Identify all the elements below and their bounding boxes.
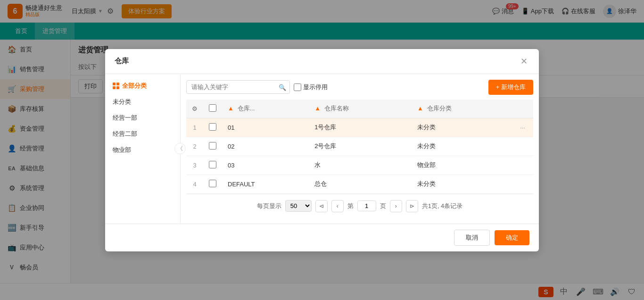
row-name: 总仓 <box>309 175 412 193</box>
modal-overlay[interactable]: 仓库 ✕ 全部分类 未分类 经营一部 经营二部 物业部 《 <box>0 0 644 300</box>
th-code: ▲ 仓库... <box>222 100 309 118</box>
new-warehouse-button[interactable]: + 新增仓库 <box>488 80 533 95</box>
table-row[interactable]: 3 03 水 物业部 <box>186 156 533 175</box>
search-input[interactable] <box>186 80 290 94</box>
row-category: 未分类 <box>412 118 514 137</box>
warehouse-table-wrap: ⚙ ▲ 仓库... ▲ <box>186 100 533 194</box>
row-more <box>514 156 533 175</box>
row-category: 未分类 <box>412 175 514 193</box>
next-page-button[interactable]: › <box>390 200 402 212</box>
search-bar: 🔍 显示停用 + 新增仓库 <box>186 80 533 95</box>
row-checkbox[interactable] <box>209 142 216 150</box>
confirm-button[interactable]: 确定 <box>495 230 529 245</box>
row-name: 2号仓库 <box>309 137 412 156</box>
table-row[interactable]: 4 DEFAULT 总仓 未分类 <box>186 175 533 193</box>
row-check <box>203 118 222 137</box>
sort-icon: ▲ <box>228 105 234 112</box>
per-page-select-wrap: 50 100 200 <box>285 200 312 212</box>
row-num: 1 <box>186 118 203 137</box>
table-row[interactable]: 1 01 1号仓库 未分类 ··· <box>186 118 533 137</box>
row-check <box>203 156 222 175</box>
row-more: ··· <box>514 118 533 137</box>
cat-item-property[interactable]: 物业部 <box>105 142 180 158</box>
show-disabled-label[interactable]: 显示停用 <box>294 83 328 92</box>
th-checkbox <box>203 100 222 118</box>
row-code: DEFAULT <box>222 175 309 193</box>
sort-icon-cat: ▲ <box>417 105 423 112</box>
row-checkbox[interactable] <box>209 123 216 131</box>
row-category: 物业部 <box>412 156 514 175</box>
search-input-wrap: 🔍 <box>186 80 290 94</box>
row-more <box>514 137 533 156</box>
row-num: 4 <box>186 175 203 193</box>
row-code: 02 <box>222 137 309 156</box>
cancel-button[interactable]: 取消 <box>454 230 490 246</box>
row-check <box>203 137 222 156</box>
gear-icon: ⚙ <box>192 105 198 112</box>
per-page-select[interactable]: 50 100 200 <box>285 200 312 212</box>
dialog-footer: 取消 确定 <box>105 224 539 251</box>
show-disabled-checkbox[interactable] <box>294 83 301 91</box>
row-code: 03 <box>222 156 309 175</box>
th-actions <box>514 100 533 118</box>
dialog-body: 全部分类 未分类 经营一部 经营二部 物业部 《 🔍 <box>105 74 539 224</box>
more-icon[interactable]: ··· <box>520 124 525 131</box>
pagination: 每页显示 50 100 200 ⊲ ‹ 第 页 › ⊳ 共 <box>186 194 533 218</box>
dialog-header: 仓库 ✕ <box>105 49 539 74</box>
row-check <box>203 175 222 193</box>
collapse-icon[interactable]: 《 <box>174 143 186 154</box>
row-checkbox[interactable] <box>209 161 216 168</box>
page-input[interactable] <box>357 200 376 211</box>
search-icon[interactable]: 🔍 <box>279 83 286 91</box>
first-page-button[interactable]: ⊲ <box>315 200 328 212</box>
prev-page-button[interactable]: ‹ <box>331 200 344 212</box>
table-header-row: ⚙ ▲ 仓库... ▲ <box>186 100 533 118</box>
row-checkbox[interactable] <box>209 180 216 187</box>
dialog-content: 🔍 显示停用 + 新增仓库 ⚙ <box>181 74 539 224</box>
select-all-checkbox[interactable] <box>209 104 216 112</box>
table-row[interactable]: 2 02 2号仓库 未分类 <box>186 137 533 156</box>
last-page-button[interactable]: ⊳ <box>406 200 418 212</box>
category-header: 全部分类 <box>105 78 180 94</box>
row-more <box>514 175 533 193</box>
row-num: 2 <box>186 137 203 156</box>
cat-item-dept2[interactable]: 经营二部 <box>105 126 180 142</box>
th-name: ▲ 仓库名称 <box>309 100 412 118</box>
category-sidebar: 全部分类 未分类 经营一部 经营二部 物业部 《 <box>105 74 181 224</box>
warehouse-table: ⚙ ▲ 仓库... ▲ <box>186 100 533 194</box>
sort-icon-name: ▲ <box>314 105 321 112</box>
cat-item-dept1[interactable]: 经营一部 <box>105 110 180 126</box>
row-num: 3 <box>186 156 203 175</box>
row-name: 水 <box>309 156 412 175</box>
th-gear: ⚙ <box>186 100 203 118</box>
row-code: 01 <box>222 118 309 137</box>
close-icon[interactable]: ✕ <box>518 56 529 67</box>
cat-item-unclassified[interactable]: 未分类 <box>105 94 180 110</box>
row-category: 未分类 <box>412 137 514 156</box>
warehouse-dialog: 仓库 ✕ 全部分类 未分类 经营一部 经营二部 物业部 《 <box>105 49 539 251</box>
dialog-title: 仓库 <box>115 57 129 66</box>
th-category: ▲ 仓库分类 <box>412 100 514 118</box>
row-name: 1号仓库 <box>309 118 412 137</box>
grid-icon <box>113 83 119 89</box>
